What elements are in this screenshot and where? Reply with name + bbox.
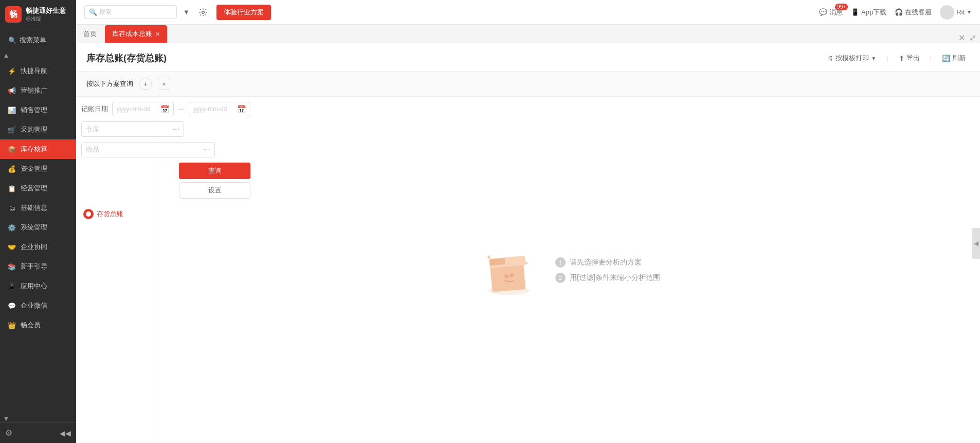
member-icon: 👑 [7, 321, 16, 330]
main-area: 🔍 搜索 ▼ 体验行业方案 💬 消息 99+ 📱 App下载 🎧 在线客服 [76, 0, 980, 443]
print-dropdown-icon: ▼ [871, 56, 876, 61]
topbar-dropdown[interactable]: ▼ [183, 8, 190, 16]
industry-solution-button[interactable]: 体验行业方案 [216, 5, 271, 20]
export-button[interactable]: ⬆ 导出 [895, 51, 924, 65]
page-header: 库存总账(存货总账) 🖨 按模板打印 ▼ | ⬆ 导出 | 🔄 刷新 [76, 43, 980, 72]
sidebar-item-basic[interactable]: 🗂 基础信息 [0, 198, 76, 218]
topbar-actions: 💬 消息 99+ 📱 App下载 🎧 在线客服 Rit ▼ [819, 5, 972, 20]
logo-sub: 标准版 [26, 15, 66, 22]
online-service-button[interactable]: 🎧 在线客服 [895, 8, 932, 17]
app-download-button[interactable]: 📱 App下载 [851, 8, 886, 17]
topbar-settings-icon[interactable] [196, 5, 210, 20]
marketing-icon: 📢 [7, 86, 16, 95]
topbar-search[interactable]: 🔍 搜索 [84, 5, 177, 19]
right-panel-toggle[interactable]: ◀ [972, 228, 980, 259]
sidebar-item-inventory[interactable]: 📦 库存核算 [0, 139, 76, 159]
svg-text:✦: ✦ [486, 253, 492, 261]
topbar-search-icon: 🔍 [89, 8, 97, 16]
message-icon: 💬 [819, 8, 827, 16]
system-icon: ⚙️ [7, 223, 16, 232]
export-icon: ⬆ [899, 55, 904, 62]
sidebar-item-guide[interactable]: 📚 新手引导 [0, 257, 76, 276]
tab-expand-icon[interactable]: ⤢ [969, 33, 976, 43]
operation-icon: 📋 [7, 184, 16, 193]
empty-hint-1: 1 请先选择要分析的方案 [555, 257, 660, 268]
sidebar-item-operation[interactable]: 📋 经营管理 [0, 179, 76, 198]
tab-close-icon[interactable]: ✕ [155, 31, 160, 38]
print-icon: 🖨 [827, 55, 833, 62]
svg-point-8 [504, 274, 509, 278]
headset-icon: 🎧 [895, 8, 903, 16]
hint-1-num: 1 [555, 257, 566, 268]
sidebar-item-quicknav[interactable]: ⚡ 快捷导航 [0, 61, 76, 81]
quicknav-icon: ⚡ [7, 66, 16, 76]
cooperation-icon: 🤝 [7, 242, 16, 252]
messages-badge: 99+ [835, 4, 848, 10]
chevron-down-icon: ▼ [183, 8, 190, 16]
page-header-actions: 🖨 按模板打印 ▼ | ⬆ 导出 | 🔄 刷新 [823, 51, 970, 65]
avatar [940, 5, 954, 20]
filter-bar: 按以下方案查询 + « [76, 72, 980, 97]
sidebar-item-cooperation[interactable]: 🤝 企业协同 [0, 237, 76, 257]
logo-text: 畅捷通好生意 标准版 [26, 7, 66, 22]
search-menu-button[interactable]: 🔍 搜索菜单 [5, 33, 71, 47]
hint-2-num: 2 [555, 273, 566, 283]
print-template-button[interactable]: 🖨 按模板打印 ▼ [823, 51, 880, 65]
empty-state: ✦ ✦ 1 请先选择要分析的方案 [458, 219, 681, 322]
scheme-item-inventory-ledger[interactable]: 存货总账 [76, 204, 158, 224]
page-content: 库存总账(存货总账) 🖨 按模板打印 ▼ | ⬆ 导出 | 🔄 刷新 [76, 43, 980, 443]
messages-button[interactable]: 💬 消息 99+ [819, 8, 843, 17]
svg-point-9 [510, 273, 514, 277]
scheme-item-icon [83, 209, 94, 219]
user-avatar-button[interactable]: Rit ▼ [940, 5, 972, 20]
filter-add-button[interactable]: + [139, 78, 152, 90]
sidebar-item-finance[interactable]: 💰 资金管理 [0, 159, 76, 179]
filter-collapse-button[interactable]: « [158, 78, 170, 90]
sidebar: 畅 畅捷通好生意 标准版 🔍 搜索菜单 ▲ ⚡ 快捷导航 📢 营销推广 📊 销售… [0, 0, 76, 443]
filter-row: 记账日期 yyyy-mm-dd 📅 — yyyy-mm-dd 📅 [76, 97, 158, 204]
apps-icon: 📱 [7, 281, 16, 291]
filter-label: 按以下方案查询 [86, 79, 133, 88]
svg-text:✦: ✦ [524, 260, 529, 266]
svg-point-0 [202, 11, 205, 13]
purchase-icon: 🛒 [7, 125, 16, 134]
sidebar-item-system[interactable]: ⚙️ 系统管理 [0, 218, 76, 237]
empty-illustration: ✦ ✦ [478, 239, 540, 301]
guide-icon: 📚 [7, 262, 16, 271]
main-empty-area: ✦ ✦ 1 请先选择要分析的方案 [158, 97, 980, 443]
sidebar-logo: 畅 畅捷通好生意 标准版 [0, 0, 76, 29]
tab-close-all-icon[interactable]: ✕ [958, 33, 965, 43]
content-area: 记账日期 yyyy-mm-dd 📅 — yyyy-mm-dd 📅 [76, 97, 980, 443]
sidebar-item-purchase[interactable]: 🛒 采购管理 [0, 120, 76, 139]
topbar: 🔍 搜索 ▼ 体验行业方案 💬 消息 99+ 📱 App下载 🎧 在线客服 [76, 0, 980, 25]
empty-hint-2: 2 用[过滤]条件来缩小分析范围 [555, 273, 660, 283]
sidebar-item-apps[interactable]: 📱 应用中心 [0, 276, 76, 296]
page-title: 库存总账(存货总账) [86, 52, 167, 64]
sidebar-item-wechat[interactable]: 💬 企业微信 [0, 296, 76, 315]
scroll-up-arrow[interactable]: ▲ [0, 51, 12, 59]
sidebar-item-sales[interactable]: 📊 销售管理 [0, 100, 76, 120]
date-label: 记账日期 [81, 104, 108, 114]
user-chevron-icon: ▼ [967, 9, 972, 15]
footer-collapse-button[interactable]: ◀◀ [60, 429, 71, 437]
refresh-icon: 🔄 [942, 55, 950, 62]
sidebar-item-marketing[interactable]: 📢 营销推广 [0, 81, 76, 100]
svg-point-1 [86, 211, 91, 217]
search-icon: 🔍 [8, 37, 16, 44]
sidebar-footer: ⚙ ◀◀ [0, 422, 76, 443]
inventory-icon: 📦 [7, 145, 16, 154]
scroll-down-arrow[interactable]: ▼ [0, 414, 12, 422]
tab-home[interactable]: 首页 [76, 25, 104, 43]
footer-settings-button[interactable]: ⚙ [5, 428, 12, 438]
sales-icon: 📊 [7, 105, 16, 115]
finance-icon: 💰 [7, 164, 16, 173]
tab-bar: 首页 库存成本总账 ✕ ✕ ⤢ [76, 25, 980, 43]
sidebar-item-member[interactable]: 👑 畅会员 [0, 315, 76, 335]
logo-main: 畅捷通好生意 [26, 7, 66, 15]
tab-inventory-cost[interactable]: 库存成本总账 ✕ [105, 25, 167, 43]
scheme-panel: 记账日期 yyyy-mm-dd 📅 — yyyy-mm-dd 📅 [76, 97, 158, 443]
tab-bar-right-controls: ✕ ⤢ [958, 33, 980, 43]
refresh-button[interactable]: 🔄 刷新 [938, 51, 970, 65]
empty-text: 1 请先选择要分析的方案 2 用[过滤]条件来缩小分析范围 [555, 257, 660, 283]
sidebar-search-area[interactable]: 🔍 搜索菜单 [0, 29, 76, 51]
